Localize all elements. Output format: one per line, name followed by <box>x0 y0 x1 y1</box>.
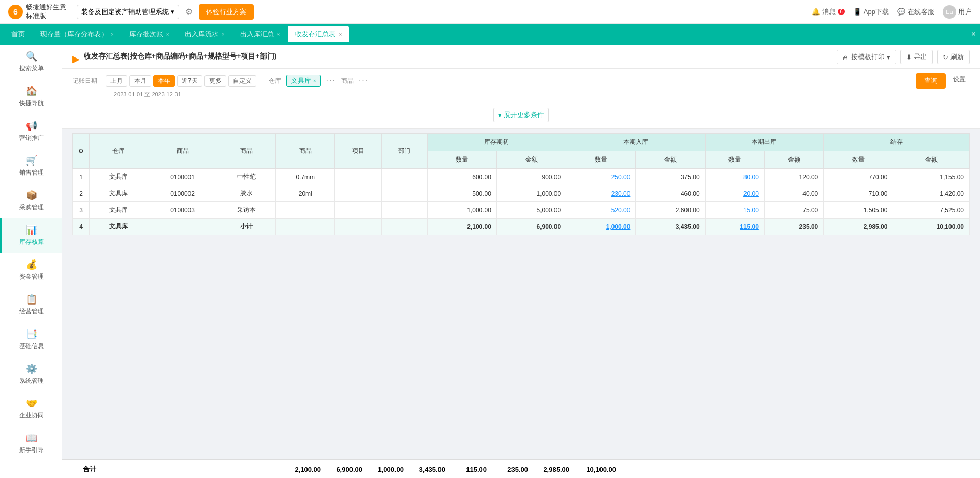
online-service-button[interactable]: 💬 在线客服 <box>897 7 934 17</box>
row-spec: 0.7mm <box>276 169 335 185</box>
tab-recv-send[interactable]: 收发存汇总表 × <box>288 26 349 42</box>
tab-home[interactable]: 首页 <box>4 26 32 42</box>
row-warehouse: 文具库 <box>90 169 148 185</box>
system-icon: ⚙️ <box>26 363 37 374</box>
row-num: 2 <box>73 185 90 202</box>
download-icon: 📱 <box>853 8 861 16</box>
row-dept <box>381 169 427 185</box>
tab-in-out-flow[interactable]: 出入库流水 × <box>178 26 232 42</box>
th-balance: 结存 <box>824 134 970 151</box>
row-num: 4 <box>73 219 90 235</box>
refresh-icon: ↻ <box>943 53 948 61</box>
date-buttons: 上月 本月 本年 近7天 更多 自定义 <box>106 75 256 87</box>
row-dept <box>381 185 427 202</box>
tab-in-out-summary[interactable]: 出入库汇总 × <box>233 26 287 42</box>
top-right: 🔔 消息 6 📱 App下载 💬 在线客服 Ea 用户 <box>812 5 972 19</box>
th-qty-out: 数量 <box>705 151 764 169</box>
row-dept <box>381 202 427 219</box>
warehouse-tag-close[interactable]: × <box>313 78 316 84</box>
row-qty-in[interactable]: 1,000.00 <box>566 219 636 235</box>
row-code: 0100001 <box>148 169 217 185</box>
sidebar-item-quick-nav[interactable]: 🏠 快捷导航 <box>0 79 62 114</box>
row-name: 胶水 <box>217 185 276 202</box>
tab-close-in-out-flow[interactable]: × <box>222 32 225 37</box>
table-row: 4文具库小计2,100.006,900.001,000.003,435.0011… <box>73 219 970 235</box>
collapse-sidebar-icon[interactable]: ▶ <box>72 53 80 65</box>
app-download-button[interactable]: 📱 App下载 <box>853 7 889 17</box>
row-name: 小计 <box>217 219 276 235</box>
trial-button[interactable]: 体验行业方案 <box>199 4 254 20</box>
sidebar-item-corp[interactable]: 🤝 企业协同 <box>0 392 62 426</box>
date-btn-more[interactable]: 更多 <box>204 75 226 87</box>
close-all-tabs[interactable]: × <box>971 30 976 39</box>
th-qty-in: 数量 <box>566 151 636 169</box>
refresh-button[interactable]: ↻ 刷新 <box>937 50 970 64</box>
table-row: 3文具库0100003采访本1,000.005,000.00520.002,60… <box>73 202 970 219</box>
row-amt-start: 5,000.00 <box>496 202 566 219</box>
sidebar-item-sales[interactable]: 🛒 销售管理 <box>0 149 62 183</box>
warehouse-more-dots[interactable]: ··· <box>326 76 336 85</box>
date-btn-this-year[interactable]: 本年 <box>153 75 175 87</box>
row-spec <box>276 219 335 235</box>
row-qty-out[interactable]: 115.00 <box>705 219 764 235</box>
date-btn-custom[interactable]: 自定义 <box>228 75 256 87</box>
row-qty-bal: 710.00 <box>824 185 893 202</box>
footer-qty-bal: 2,985.00 <box>533 466 575 473</box>
tab-close-batch[interactable]: × <box>166 32 169 37</box>
footer-qty-start: 2,100.00 <box>285 466 326 473</box>
goods-label: 商品 <box>341 77 354 85</box>
date-btn-last-month[interactable]: 上月 <box>106 75 127 87</box>
th-spec: 商品 <box>276 134 335 169</box>
row-qty-in[interactable]: 230.00 <box>566 185 636 202</box>
row-dept <box>381 219 427 235</box>
tab-batch[interactable]: 库存批次账 × <box>122 26 177 42</box>
query-button[interactable]: 查询 <box>916 73 946 89</box>
th-gear[interactable]: ⚙ <box>73 134 90 169</box>
goods-more-dots[interactable]: ··· <box>359 76 369 85</box>
row-qty-out[interactable]: 80.00 <box>705 169 764 185</box>
date-btn-this-month[interactable]: 本月 <box>129 75 151 87</box>
row-qty-out[interactable]: 15.00 <box>705 202 764 219</box>
content-area: ▶ 收发存汇总表(按仓库+商品编码+商品+规格型号+项目+部门) 🖨 按模板打印… <box>62 45 980 478</box>
settings-link[interactable]: 设置 <box>949 73 970 89</box>
th-amt-bal: 金额 <box>893 151 970 169</box>
th-amt-start: 金额 <box>496 151 566 169</box>
sidebar-item-guide[interactable]: 📖 新手引导 <box>0 426 62 461</box>
sidebar-item-operations[interactable]: 📋 经营管理 <box>0 287 62 322</box>
export-button[interactable]: ⬇ 导出 <box>900 50 933 64</box>
filter-section: 记账日期 上月 本月 本年 近7天 更多 自定义 仓库 文具库 × ··· <box>62 69 980 103</box>
row-num: 1 <box>73 169 90 185</box>
expand-more-button[interactable]: ▾ 展开更多条件 <box>493 108 549 122</box>
chevron-down-icon: ▾ <box>887 53 890 61</box>
sidebar-item-system[interactable]: ⚙️ 系统管理 <box>0 357 62 392</box>
gear-icon[interactable]: ⚙ <box>185 7 193 17</box>
row-warehouse: 文具库 <box>90 185 148 202</box>
th-period-out: 本期出库 <box>705 134 824 151</box>
th-amt-in: 金额 <box>636 151 705 169</box>
sidebar-item-base-info[interactable]: 📑 基础信息 <box>0 322 62 357</box>
date-btn-7days[interactable]: 近7天 <box>177 75 202 87</box>
table-row: 2文具库0100002胶水20ml500.001,000.00230.00460… <box>73 185 970 202</box>
sidebar-item-finance[interactable]: 💰 资金管理 <box>0 253 62 287</box>
th-period-in: 本期入库 <box>566 134 705 151</box>
th-code: 商品 <box>148 134 217 169</box>
row-code: 0100003 <box>148 202 217 219</box>
tab-inventory-dist[interactable]: 现存量（库存分布表） × <box>33 26 121 42</box>
print-button[interactable]: 🖨 按模板打印 ▾ <box>837 50 896 64</box>
sidebar-item-marketing[interactable]: 📢 营销推广 <box>0 114 62 149</box>
user-menu[interactable]: Ea 用户 <box>943 5 972 19</box>
sidebar-item-search[interactable]: 🔍 搜索菜单 <box>0 45 62 79</box>
row-qty-in[interactable]: 520.00 <box>566 202 636 219</box>
row-qty-out[interactable]: 20.00 <box>705 185 764 202</box>
row-qty-in[interactable]: 250.00 <box>566 169 636 185</box>
messages-button[interactable]: 🔔 消息 6 <box>812 7 845 17</box>
row-warehouse: 文具库 <box>90 219 148 235</box>
tab-close-recv-send[interactable]: × <box>339 32 342 37</box>
sidebar-item-purchase[interactable]: 📦 采购管理 <box>0 183 62 218</box>
system-select[interactable]: 装备及固定资产辅助管理系统 ▾ <box>77 5 179 19</box>
tab-close-in-out-summary[interactable]: × <box>277 32 280 37</box>
row-num: 3 <box>73 202 90 219</box>
tab-close-inventory-dist[interactable]: × <box>111 32 114 37</box>
guide-icon: 📖 <box>26 432 37 444</box>
sidebar-item-inventory[interactable]: 📊 库存核算 <box>0 218 62 253</box>
